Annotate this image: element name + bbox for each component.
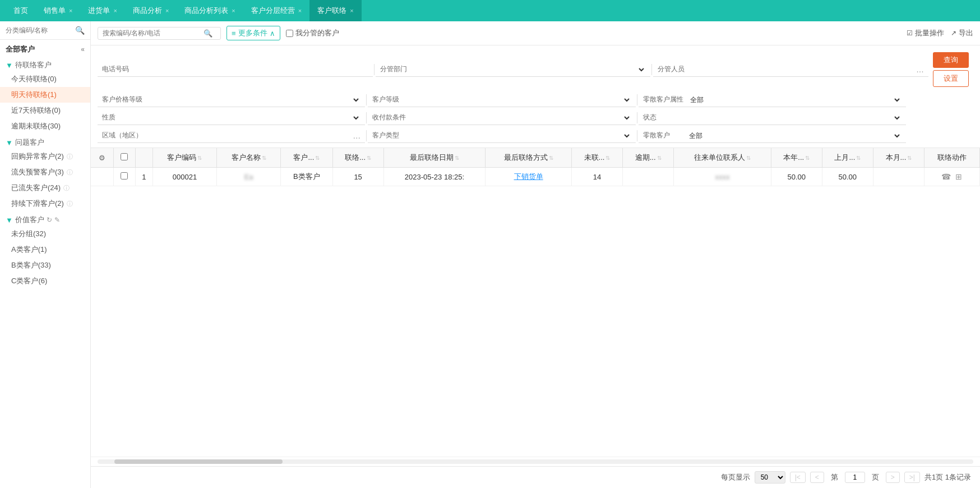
page-size-select[interactable]: 50 10 20 100 <box>755 471 785 484</box>
edit-icon[interactable]: ✎ <box>54 216 60 224</box>
payment-select[interactable] <box>416 113 631 122</box>
sidebar-item-ungrouped[interactable]: 未分组(32) <box>0 226 90 242</box>
search-icon[interactable]: 🔍 <box>204 29 212 38</box>
nav-item-customer-contact[interactable]: 客户联络 × <box>309 0 361 21</box>
filter-retail-customer-label: 零散客户 <box>643 131 682 140</box>
more-filter-button[interactable]: ≡ 更多条件 ∧ <box>226 26 280 40</box>
action-icons-wrap: ☎ ⊞ <box>928 172 976 181</box>
first-page-button[interactable]: |< <box>790 472 806 483</box>
close-customer-contact-icon[interactable]: × <box>350 7 353 14</box>
filter-customer-level: 客户等级 <box>368 93 635 107</box>
search-input[interactable] <box>103 29 204 37</box>
manager-dots-icon[interactable]: … <box>916 65 924 74</box>
th-contacts[interactable]: 联络... ⇅ <box>332 148 383 168</box>
select-all-checkbox[interactable] <box>121 153 128 160</box>
customer-level-select[interactable] <box>416 95 631 104</box>
sidebar-collapse-icon[interactable]: « <box>81 45 85 53</box>
filter-customer-type-label: 客户类型 <box>372 131 412 140</box>
query-button[interactable]: 查询 <box>933 52 969 68</box>
row-checkbox[interactable] <box>121 172 128 179</box>
export-button[interactable]: ↗ 导出 <box>951 28 973 38</box>
td-last-method[interactable]: 下销货单 <box>486 168 572 186</box>
horizontal-scrollbar[interactable] <box>98 459 973 464</box>
filter-row-2: 客户价格等级 客户等级 零散客户属性 <box>98 93 973 107</box>
th-this-year[interactable]: 本年... ⇅ <box>771 148 822 168</box>
nav-item-purchase-order[interactable]: 进货单 × <box>80 0 124 21</box>
page-size-label: 每页显示 <box>721 472 750 482</box>
td-checkbox[interactable] <box>113 168 136 186</box>
nav-item-product-analysis-list[interactable]: 商品分析列表 × <box>177 0 243 21</box>
manager-input[interactable] <box>701 66 914 73</box>
region-dots-icon[interactable]: … <box>353 131 360 140</box>
close-product-analysis-list-icon[interactable]: × <box>232 7 235 14</box>
sidebar-item-class-b[interactable]: B类客户(33) <box>0 257 90 273</box>
qr-action-icon[interactable]: ⊞ <box>955 172 962 181</box>
th-last-method[interactable]: 最后联络方式 ⇅ <box>486 148 572 168</box>
td-type: B类客户 <box>281 168 332 186</box>
th-gear[interactable]: ⚙ <box>91 148 113 168</box>
nature-select[interactable] <box>146 113 360 122</box>
all-customers-title[interactable]: 全部客户 « <box>0 40 90 57</box>
batch-op-button[interactable]: ☑ 批量操作 <box>907 28 944 38</box>
prev-page-button[interactable]: < <box>810 472 824 483</box>
th-uncontacted[interactable]: 未联... ⇅ <box>571 148 622 168</box>
nav-item-customer-segment[interactable]: 客户分层经营 × <box>243 0 309 21</box>
next-page-button[interactable]: > <box>886 472 900 483</box>
price-level-select[interactable] <box>147 95 360 104</box>
region-input[interactable] <box>147 132 350 140</box>
retail-customer-select[interactable]: 全部 <box>687 131 902 140</box>
th-type[interactable]: 客户... ⇅ <box>281 148 332 168</box>
close-product-analysis-icon[interactable]: × <box>165 7 169 14</box>
triangle-icon: ▼ <box>6 61 13 70</box>
status-select[interactable] <box>687 113 902 122</box>
th-last-month[interactable]: 上月... ⇅ <box>822 148 873 168</box>
th-overdue[interactable]: 逾期... ⇅ <box>623 148 674 168</box>
nav-item-sales-order[interactable]: 销售单 × <box>36 0 80 21</box>
nav-item-product-analysis[interactable]: 商品分析 × <box>125 0 177 21</box>
customer-type-select[interactable] <box>416 131 631 140</box>
sidebar-item-repurchase-abnormal[interactable]: 回购异常客户(2) ⓘ <box>0 149 90 164</box>
close-purchase-order-icon[interactable]: × <box>113 7 117 14</box>
last-page-button[interactable]: >| <box>904 472 920 483</box>
th-checkbox[interactable] <box>113 148 136 168</box>
settings-icon[interactable]: ⚙ <box>99 154 105 162</box>
close-customer-segment-icon[interactable]: × <box>298 7 302 14</box>
dept-select[interactable] <box>424 65 646 74</box>
close-sales-order-icon[interactable]: × <box>69 7 72 14</box>
sidebar-item-7days-pending[interactable]: 近7天待联络(0) <box>0 103 90 118</box>
customer-name-blurred: Ea <box>244 173 253 181</box>
th-last-date[interactable]: 最后联络日期 ⇅ <box>383 148 486 168</box>
set-button[interactable]: 设置 <box>933 70 969 87</box>
sidebar-item-churn-warning[interactable]: 流失预警客户(3) ⓘ <box>0 164 90 180</box>
td-overdue <box>623 168 674 186</box>
sidebar-item-class-a[interactable]: A类客户(1) <box>0 242 90 257</box>
th-company-contact[interactable]: 往来单位联系人 ⇅ <box>674 148 771 168</box>
sidebar-item-tomorrow-pending[interactable]: 明天待联络(1) <box>0 87 90 103</box>
phone-action-icon[interactable]: ☎ <box>941 172 951 181</box>
sidebar-search-icon[interactable]: 🔍 <box>75 26 85 35</box>
td-last-date: 2023-05-23 18:25: <box>383 168 486 186</box>
phone-input[interactable] <box>146 66 368 73</box>
nav-home[interactable]: 首页 <box>6 0 36 21</box>
sidebar: 🔍 全部客户 « ▼ 待联络客户 今天待联络(0) 明天待联络(1) 近7天待联… <box>0 21 91 488</box>
th-name[interactable]: 客户名称 ⇅ <box>217 148 281 168</box>
sidebar-item-declining[interactable]: 持续下滑客户(2) ⓘ <box>0 196 90 211</box>
th-code[interactable]: 客户编码 ⇅ <box>152 148 216 168</box>
sidebar-item-overdue-contact[interactable]: 逾期未联络(30) <box>0 118 90 134</box>
th-this-month[interactable]: 本月... ⇅ <box>873 148 924 168</box>
sidebar-item-class-c[interactable]: C类客户(6) <box>0 273 90 289</box>
page-input[interactable] <box>845 472 865 483</box>
filter-phone: 电话号码 <box>98 62 373 77</box>
sidebar-item-today-pending[interactable]: 今天待联络(0) <box>0 71 90 87</box>
sidebar-search-input[interactable] <box>6 26 67 34</box>
retail-attr-select[interactable]: 全部 <box>688 95 902 104</box>
sidebar-group-problem-customers: ▼ 问题客户 <box>0 134 90 149</box>
refresh-icon[interactable]: ↻ <box>47 216 52 224</box>
filter-area: 电话号码 分管部门 分管人员 … <box>91 45 980 148</box>
contact-method-link[interactable]: 下销货单 <box>514 172 543 181</box>
my-customers-checkbox[interactable] <box>286 30 293 37</box>
sidebar-item-churned[interactable]: 已流失客户(24) ⓘ <box>0 180 90 196</box>
scrollbar-thumb[interactable] <box>114 459 283 464</box>
filter-dept-select <box>424 65 646 74</box>
filter-status: 状态 <box>639 111 906 125</box>
